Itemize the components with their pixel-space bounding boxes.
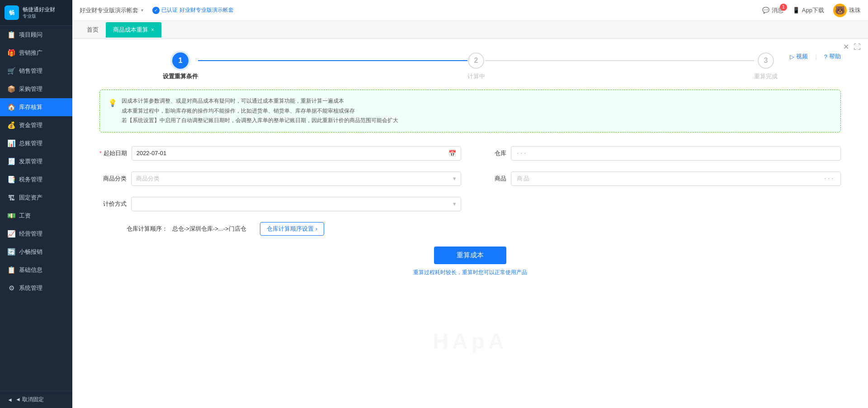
goods-input[interactable]: 商品 ···: [511, 171, 841, 186]
close-window-btn[interactable]: ✕: [843, 43, 849, 51]
sidebar-item-operations[interactable]: 📈 经营管理: [0, 225, 72, 243]
tab-home[interactable]: 首页: [80, 22, 106, 38]
avatar: 🐻: [833, 4, 847, 17]
category-select[interactable]: 商品分类 ▾: [131, 171, 461, 186]
step-1-circle: 1: [172, 52, 189, 69]
sidebar-item-invoice[interactable]: 🧾 发票管理: [0, 152, 72, 171]
sidebar-item-salary[interactable]: 💵 工资: [0, 207, 72, 225]
app-download-btn[interactable]: 📱 App下载: [793, 6, 824, 14]
step-connector-2: [485, 60, 755, 61]
shield-icon: ✓: [152, 7, 160, 14]
main-area: 好业财专业版演示帐套 ▾ ✓ 已认证 好业财专业版演示帐套 💬 消息 1 📱 A…: [72, 0, 868, 408]
recalculate-btn[interactable]: 重算成本: [434, 247, 506, 264]
help-link[interactable]: ? 帮助: [824, 52, 841, 61]
sidebar-nav: 📋 项目顾问 🎁 营销推广 🛒 销售管理 📦 采购管理 🏠 库存核算 💰 资金管…: [0, 26, 72, 391]
window-controls: ✕ ⛶: [843, 43, 861, 51]
user-profile-btn[interactable]: 🐻 珠珠: [833, 4, 861, 17]
goods-label: 商品: [479, 175, 506, 183]
unpin-icon: ◄: [7, 397, 13, 403]
step-3-label: 重算完成: [754, 72, 778, 81]
video-link[interactable]: ▷ 视频: [790, 52, 808, 61]
watermark: HApA: [433, 329, 507, 354]
question-icon: ?: [824, 53, 827, 60]
topbar-right: 💬 消息 1 📱 App下载 🐻 珠珠: [762, 4, 861, 17]
warehouse-order-settings-btn[interactable]: 仓库计算顺序设置 ›: [260, 222, 324, 236]
chevron-right-icon: ›: [316, 225, 317, 232]
message-btn[interactable]: 💬 消息 1: [762, 6, 783, 14]
submit-hint: 重算过程耗时较长，重算时您可以正常使用产品: [413, 269, 527, 276]
inventory-icon: 🏠: [7, 103, 15, 111]
sidebar-item-basic[interactable]: 📋 基础信息: [0, 261, 72, 279]
assets-icon: 🏗: [7, 194, 15, 202]
play-icon: ▷: [790, 53, 794, 60]
operations-icon: 📈: [7, 230, 15, 238]
step-connector-1: [198, 60, 467, 61]
info-icon: 💡: [108, 97, 117, 126]
sidebar-item-system[interactable]: ⚙ 系统管理: [0, 279, 72, 297]
finance-icon: 💰: [7, 121, 15, 129]
start-date-label: 起始日期: [99, 149, 127, 157]
sidebar-item-inventory[interactable]: 🏠 库存核算: [0, 98, 72, 116]
pricing-label: 计价方式: [99, 200, 127, 208]
expense-icon: 🔄: [7, 248, 15, 256]
step-3-circle: 3: [758, 52, 774, 69]
pricing-chevron-icon: ▾: [453, 200, 456, 207]
app-logo-icon: 畅: [5, 5, 19, 20]
step-2-circle: 2: [468, 52, 484, 69]
submit-area: 重算成本 重算过程耗时较长，重算时您可以正常使用产品: [99, 247, 841, 276]
warehouse-input[interactable]: ···: [511, 146, 841, 161]
pricing-select[interactable]: ▾: [131, 197, 461, 211]
account-chevron-icon: ▾: [141, 8, 143, 13]
warehouse-order-row: 仓库计算顺序： 总仓->深圳仓库->...->门店仓 仓库计算顺序设置 ›: [99, 222, 841, 236]
goods-field: 商品 商品 ···: [479, 171, 841, 186]
warehouse-order-label: 仓库计算顺序：: [127, 225, 168, 233]
category-chevron-icon: ▾: [453, 175, 456, 182]
notification-badge: 1: [780, 4, 787, 11]
sidebar: 畅 畅捷通好业财 专业版 📋 项目顾问 🎁 营销推广 🛒 销售管理 📦 采购管理…: [0, 0, 72, 408]
info-text: 因成本计算参数调整、或是对商品成本有疑问时，可以通过成本重算功能，重新计算一遍成…: [122, 96, 398, 126]
pricing-field: 计价方式 ▾: [99, 197, 461, 211]
sidebar-item-sales[interactable]: 🛒 销售管理: [0, 62, 72, 80]
category-label: 商品分类: [99, 175, 127, 183]
app-logo-text: 畅捷通好业财 专业版: [23, 6, 55, 19]
salary-icon: 💵: [7, 212, 15, 220]
form-row-2: 商品分类 商品分类 ▾ 商品 商品 ···: [99, 171, 841, 186]
phone-icon: 📱: [793, 7, 800, 14]
project-icon: 📋: [7, 31, 15, 39]
expand-window-btn[interactable]: ⛶: [854, 43, 861, 51]
info-box: 💡 因成本计算参数调整、或是对商品成本有疑问时，可以通过成本重算功能，重新计算一…: [99, 90, 841, 133]
sidebar-item-assets[interactable]: 🏗 固定资产: [0, 189, 72, 207]
account-selector[interactable]: 好业财专业版演示帐套 ▾: [80, 6, 143, 14]
tax-icon: 📑: [7, 176, 15, 184]
purchase-icon: 📦: [7, 85, 15, 93]
message-icon: 💬: [762, 7, 769, 14]
topbar: 好业财专业版演示帐套 ▾ ✓ 已认证 好业财专业版演示帐套 💬 消息 1 📱 A…: [72, 0, 868, 21]
content-area: ✕ ⛶ 1 设置重算条件 2 计算中: [72, 39, 868, 408]
step-2: 2 计算中: [467, 52, 485, 81]
tab-recalc[interactable]: 商品成本重算 ×: [106, 22, 161, 38]
sidebar-item-expense[interactable]: 🔄 小畅报销: [0, 243, 72, 261]
calendar-icon[interactable]: 📅: [448, 150, 456, 157]
sidebar-item-project[interactable]: 📋 项目顾问: [0, 26, 72, 44]
tabbar: 首页 商品成本重算 ×: [72, 21, 868, 39]
marketing-icon: 🎁: [7, 49, 15, 57]
form-row-1: 起始日期 2022-07-01 📅 仓库 ···: [99, 146, 841, 161]
verified-badge: ✓ 已认证 好业财专业版演示帐套: [152, 6, 234, 14]
invoice-icon: 🧾: [7, 157, 15, 166]
sidebar-item-finance[interactable]: 💰 资金管理: [0, 116, 72, 134]
sales-icon: 🛒: [7, 67, 15, 75]
warehouse-field: 仓库 ···: [479, 146, 841, 161]
step-1: 1 设置重算条件: [163, 52, 198, 81]
sidebar-item-tax[interactable]: 📑 税务管理: [0, 171, 72, 189]
start-date-input[interactable]: 2022-07-01 📅: [132, 146, 461, 161]
unpin-sidebar[interactable]: ◄ ◄ 取消固定: [0, 391, 72, 408]
sidebar-item-accounting[interactable]: 📊 总账管理: [0, 134, 72, 152]
form-row-3: 计价方式 ▾: [99, 197, 841, 211]
tab-close-icon[interactable]: ×: [151, 27, 154, 33]
step-1-label: 设置重算条件: [163, 72, 198, 81]
help-links: ▷ 视频 | ? 帮助: [790, 52, 841, 61]
sidebar-item-marketing[interactable]: 🎁 营销推广: [0, 44, 72, 62]
sidebar-item-purchase[interactable]: 📦 采购管理: [0, 80, 72, 98]
accounting-icon: 📊: [7, 139, 15, 147]
category-field: 商品分类 商品分类 ▾: [99, 171, 461, 186]
